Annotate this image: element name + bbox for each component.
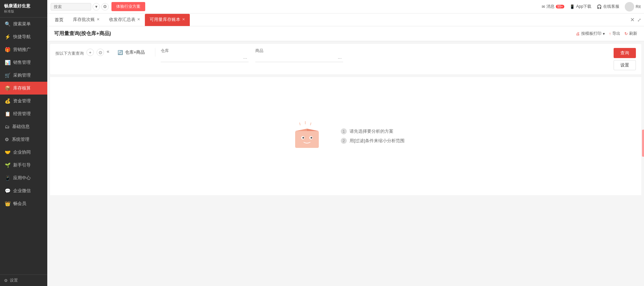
- gift-icon: 🎁: [5, 47, 10, 52]
- tab-label: 可用量库存账本: [150, 17, 180, 23]
- header-search-input[interactable]: [51, 3, 91, 10]
- warehouse-field: 仓库 ···: [161, 48, 249, 62]
- goods-input-wrapper: ···: [255, 54, 343, 62]
- add-scheme-btn[interactable]: +: [86, 49, 94, 56]
- sidebar-item-operations[interactable]: 📋 经营管理: [0, 107, 47, 120]
- tab-close-icon[interactable]: ✕: [137, 17, 140, 22]
- query-actions: 查询 设置: [611, 48, 636, 70]
- empty-illustration: [287, 116, 327, 156]
- tab-available-qty[interactable]: 可用量库存账本 ✕: [145, 14, 190, 26]
- filter-label: 按以下方案查询: [55, 49, 84, 56]
- header-search-area: ▾ ⚙: [51, 3, 109, 10]
- query-btn[interactable]: 查询: [614, 48, 636, 58]
- sidebar-item-inventory[interactable]: 📦 库存核算: [0, 82, 47, 95]
- app-download-btn[interactable]: 📱 App下载: [570, 4, 591, 9]
- sidebar-item-purchase[interactable]: 🛒 采购管理: [0, 69, 47, 82]
- app-version: 标准版: [4, 9, 43, 14]
- tab-close-icon[interactable]: ✕: [182, 17, 185, 22]
- mobile-icon: 📱: [5, 175, 10, 181]
- user-avatar[interactable]: Rit: [625, 2, 641, 11]
- svg-point-6: [310, 137, 312, 139]
- sidebar-item-label: 搜索菜单: [13, 21, 31, 27]
- warehouse-input-wrapper: ···: [161, 54, 249, 62]
- online-service-btn[interactable]: 🎧 在线客服: [597, 4, 619, 9]
- filter-settings-btn[interactable]: 设置: [614, 60, 636, 70]
- empty-state: 1 请先选择要分析的方案 2 用[过滤]条件来缩小分析范围: [50, 77, 641, 195]
- empty-tip-1: 1 请先选择要分析的方案: [341, 128, 405, 134]
- tab-collect-account[interactable]: 收发存汇总表 ✕: [104, 14, 145, 26]
- warehouse-input[interactable]: [162, 56, 242, 61]
- export-btn[interactable]: ↑ 导出: [609, 31, 620, 36]
- goods-label: 商品: [255, 48, 343, 54]
- page-actions: 🖨 按模板打印 ▾ ↑ 导出 ↻ 刷新: [576, 31, 637, 36]
- scheme-label: 仓库+商品: [125, 49, 145, 55]
- handshake-icon: 🤝: [5, 150, 10, 155]
- user-name: Rit: [636, 4, 641, 9]
- headset-icon: 🎧: [597, 4, 602, 9]
- sidebar-item-label: 经营管理: [13, 111, 31, 117]
- tab-label: 收发存汇总表: [109, 17, 135, 23]
- sidebar-item-enterprise-coop[interactable]: 🤝 企业协同: [0, 146, 47, 159]
- sidebar-item-label: 新手引导: [13, 162, 31, 168]
- sidebar-item-marketing[interactable]: 🎁 营销推广: [0, 43, 47, 56]
- sidebar-item-label: 企业微信: [13, 188, 31, 194]
- sidebar-item-finance[interactable]: 💰 资金管理: [0, 95, 47, 107]
- header-right: ✉ 消息 99+ 📱 App下载 🎧 在线客服 Rit: [542, 2, 641, 11]
- sidebar-item-label: 应用中心: [13, 175, 31, 181]
- collapse-btn[interactable]: «: [107, 49, 109, 54]
- messages-badge: 99+: [556, 5, 564, 8]
- sidebar: 畅康通好生意 标准版 🔍 搜索菜单 ⚡ 快捷导航 🎁 营销推广 📊 销售管理 🛒…: [0, 0, 47, 286]
- refresh-btn[interactable]: ↻ 刷新: [624, 31, 637, 36]
- sidebar-bottom: ⚙ 设置: [0, 275, 47, 286]
- app-download-label: App下载: [576, 4, 591, 9]
- warehouse-more-btn[interactable]: ···: [243, 55, 247, 61]
- tab-home[interactable]: 首页: [50, 14, 68, 26]
- sidebar-item-basic-info[interactable]: 🗂 基础信息: [0, 120, 47, 133]
- svg-rect-0: [295, 131, 319, 148]
- tip-number-2: 2: [341, 138, 347, 144]
- goods-input[interactable]: [257, 56, 336, 61]
- messages-btn[interactable]: ✉ 消息 99+: [542, 4, 564, 9]
- print-template-btn[interactable]: 🖨 按模板打印 ▾: [576, 31, 605, 36]
- print-dropdown-icon[interactable]: ▾: [603, 31, 605, 36]
- tab-close-icon[interactable]: ✕: [97, 17, 100, 22]
- svg-point-5: [302, 137, 304, 139]
- lightning-icon: ⚡: [5, 34, 10, 40]
- goods-field: 商品 ···: [255, 48, 343, 62]
- tab-batch-account[interactable]: 库存批次账 ✕: [68, 14, 104, 26]
- empty-tip-2: 2 用[过滤]条件来缩小分析范围: [341, 138, 405, 144]
- scheme-section: 按以下方案查询 + ⊙ «: [55, 48, 109, 56]
- sidebar-item-vip[interactable]: 👑 畅会员: [0, 197, 47, 210]
- sidebar-item-sales[interactable]: 📊 销售管理: [0, 56, 47, 69]
- sidebar-item-search[interactable]: 🔍 搜索菜单: [0, 18, 47, 30]
- settings-icon: ⚙: [4, 278, 8, 283]
- sidebar-item-shortcut[interactable]: ⚡ 快捷导航: [0, 30, 47, 43]
- sidebar-item-enterprise-wechat[interactable]: 💬 企业微信: [0, 184, 47, 197]
- sidebar-item-label: 企业协同: [13, 149, 31, 155]
- refresh-label: 刷新: [629, 31, 637, 36]
- tab-label: 库存批次账: [73, 17, 95, 23]
- page-title: 可用量查询(按仓库+商品): [54, 30, 111, 37]
- search-icon: 🔍: [5, 21, 10, 27]
- header-dropdown-btn[interactable]: ▾: [93, 3, 100, 10]
- sidebar-item-app-center[interactable]: 📱 应用中心: [0, 172, 47, 184]
- money-icon: 💰: [5, 98, 10, 104]
- goods-more-btn[interactable]: ···: [338, 55, 342, 61]
- scheme-warehouse-goods[interactable]: 🔄 仓库+商品: [115, 48, 151, 57]
- sidebar-item-label: 销售管理: [13, 59, 31, 66]
- manage-scheme-btn[interactable]: ⊙: [97, 49, 104, 56]
- sidebar-item-system[interactable]: ⚙ 系统管理: [0, 133, 47, 146]
- export-icon: ↑: [609, 31, 611, 36]
- tabs-close-all-btn[interactable]: ✕: [630, 17, 635, 23]
- refresh-icon: ↻: [624, 31, 628, 36]
- header-settings-btn[interactable]: ⚙: [101, 3, 109, 10]
- tip-number-1: 1: [341, 128, 347, 134]
- filter-row: 按以下方案查询 + ⊙ « 🔄 仓库+商品 仓库: [55, 48, 636, 70]
- online-service-label: 在线客服: [603, 4, 619, 9]
- sidebar-item-onboarding[interactable]: 🌱 新手引导: [0, 159, 47, 172]
- messages-label: 消息: [546, 4, 555, 9]
- industry-solution-btn[interactable]: 体验行业方案: [111, 2, 145, 11]
- print-icon: 🖨: [576, 31, 580, 36]
- tabs-expand-btn[interactable]: ⤢: [637, 17, 641, 23]
- tip-text-2: 用[过滤]条件来缩小分析范围: [350, 138, 405, 144]
